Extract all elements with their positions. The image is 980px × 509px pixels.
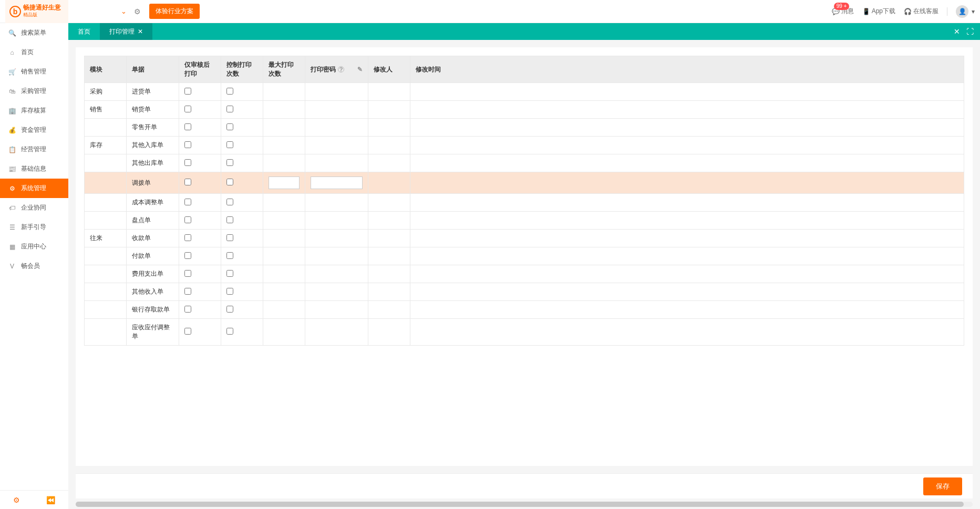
password-input[interactable] xyxy=(311,176,363,189)
control-count-checkbox[interactable] xyxy=(226,216,233,223)
edit-icon[interactable]: ✎ xyxy=(357,66,363,73)
sidebar-item-vip[interactable]: V畅会员 xyxy=(0,256,68,276)
table-row[interactable]: 其他出库单 xyxy=(85,154,964,172)
customer-service-label: 在线客服 xyxy=(913,7,938,16)
finance-icon: 💰 xyxy=(7,127,17,134)
cell-audit-only xyxy=(179,301,221,319)
table-row[interactable]: 调拨单 xyxy=(85,172,964,194)
table-row[interactable]: 库存其他入库单 xyxy=(85,137,964,154)
close-icon[interactable]: ✕ xyxy=(138,28,143,35)
scrollbar-thumb[interactable] xyxy=(76,502,964,507)
sidebar-item-system[interactable]: ⚙系统管理 xyxy=(0,179,68,198)
collapse-icon[interactable]: ⏪ xyxy=(46,496,55,504)
header-modifier: 修改人 xyxy=(368,56,410,83)
audit-only-checkbox[interactable] xyxy=(184,88,191,95)
audit-only-checkbox[interactable] xyxy=(184,306,191,313)
sidebar-item-label: 资金管理 xyxy=(21,126,46,134)
cell-password xyxy=(305,301,368,319)
cell-modifier xyxy=(368,283,410,301)
control-count-checkbox[interactable] xyxy=(226,328,233,335)
table-row[interactable]: 采购进货单 xyxy=(85,83,964,101)
cell-audit-only xyxy=(179,265,221,283)
sidebar-item-search[interactable]: 🔍搜索菜单 xyxy=(0,23,68,43)
fullscreen-icon[interactable]: ⛶ xyxy=(966,27,974,36)
table-row[interactable]: 应收应付调整单 xyxy=(85,319,964,346)
sidebar-item-finance[interactable]: 💰资金管理 xyxy=(0,120,68,140)
sidebar-item-label: 库存核算 xyxy=(21,106,46,115)
horizontal-scrollbar[interactable] xyxy=(76,502,973,507)
sidebar-item-label: 畅会员 xyxy=(21,262,40,271)
audit-only-checkbox[interactable] xyxy=(184,252,191,259)
header-max-count: 最大打印次数 xyxy=(263,56,305,83)
control-count-checkbox[interactable] xyxy=(226,288,233,295)
header-modify-time: 修改时间 xyxy=(410,56,964,83)
close-all-tabs-icon[interactable]: ✕ xyxy=(954,27,960,36)
settings-icon[interactable]: ⚙ xyxy=(13,496,20,504)
header-password: 打印密码 ? ✎ xyxy=(305,56,368,83)
cell-modify-time xyxy=(410,172,964,194)
table-row[interactable]: 付款单 xyxy=(85,247,964,265)
messages-button[interactable]: 99 + 💬 消息 xyxy=(832,7,854,16)
audit-only-checkbox[interactable] xyxy=(184,141,191,148)
control-count-checkbox[interactable] xyxy=(226,270,233,277)
table-row[interactable]: 零售开单 xyxy=(85,119,964,137)
control-count-checkbox[interactable] xyxy=(226,141,233,148)
control-count-checkbox[interactable] xyxy=(226,234,233,241)
sidebar-item-base[interactable]: 📰基础信息 xyxy=(0,159,68,179)
customer-service-button[interactable]: 🎧 在线客服 xyxy=(904,7,938,16)
sidebar-item-purchase[interactable]: 🛍采购管理 xyxy=(0,81,68,101)
control-count-checkbox[interactable] xyxy=(226,252,233,259)
max-count-input[interactable] xyxy=(269,176,300,189)
cell-doc: 应收应付调整单 xyxy=(127,319,179,346)
cell-modify-time xyxy=(410,83,964,101)
user-menu[interactable]: 👤 ▾ xyxy=(956,5,975,18)
audit-only-checkbox[interactable] xyxy=(184,199,191,205)
sidebar-item-stock[interactable]: 🏢库存核算 xyxy=(0,101,68,120)
sidebar-item-sales[interactable]: 🛒销售管理 xyxy=(0,62,68,81)
tab-home[interactable]: 首页 xyxy=(68,23,100,40)
org-selector[interactable]: ⌄ xyxy=(79,7,127,15)
control-count-checkbox[interactable] xyxy=(226,199,233,205)
gear-icon[interactable]: ⚙ xyxy=(134,7,141,16)
cell-max-count xyxy=(263,154,305,172)
audit-only-checkbox[interactable] xyxy=(184,328,191,335)
cell-control-count xyxy=(221,230,263,247)
table-row[interactable]: 费用支出单 xyxy=(85,265,964,283)
sidebar-item-corp[interactable]: 🏷企业协同 xyxy=(0,198,68,217)
audit-only-checkbox[interactable] xyxy=(184,106,191,112)
control-count-checkbox[interactable] xyxy=(226,88,233,95)
sidebar-item-biz[interactable]: 📋经营管理 xyxy=(0,140,68,159)
cell-module xyxy=(85,265,127,283)
save-button[interactable]: 保存 xyxy=(923,477,962,495)
control-count-checkbox[interactable] xyxy=(226,123,233,130)
audit-only-checkbox[interactable] xyxy=(184,288,191,295)
control-count-checkbox[interactable] xyxy=(226,179,233,185)
industry-plan-button[interactable]: 体验行业方案 xyxy=(149,4,200,19)
table-row[interactable]: 其他收入单 xyxy=(85,283,964,301)
cell-doc: 调拨单 xyxy=(127,172,179,194)
control-count-checkbox[interactable] xyxy=(226,159,233,166)
sidebar-item-appcenter[interactable]: ▦应用中心 xyxy=(0,237,68,256)
audit-only-checkbox[interactable] xyxy=(184,234,191,241)
table-row[interactable]: 销售销货单 xyxy=(85,101,964,119)
sidebar-item-guide[interactable]: ☰新手引导 xyxy=(0,217,68,237)
sidebar-item-home[interactable]: ⌂首页 xyxy=(0,43,68,62)
audit-only-checkbox[interactable] xyxy=(184,159,191,166)
control-count-checkbox[interactable] xyxy=(226,306,233,313)
content-panel: 模块 单据 仅审核后打印 控制打印次数 最大打印次数 打印密码 ? ✎ xyxy=(76,47,973,466)
cell-control-count xyxy=(221,283,263,301)
audit-only-checkbox[interactable] xyxy=(184,216,191,223)
table-row[interactable]: 银行存取款单 xyxy=(85,301,964,319)
app-download-button[interactable]: 📱 App下载 xyxy=(862,7,895,16)
table-row[interactable]: 盘点单 xyxy=(85,212,964,230)
table-row[interactable]: 成本调整单 xyxy=(85,194,964,212)
audit-only-checkbox[interactable] xyxy=(184,270,191,277)
tab-print[interactable]: 打印管理✕ xyxy=(100,23,152,40)
cell-module xyxy=(85,212,127,230)
control-count-checkbox[interactable] xyxy=(226,106,233,112)
tabs-bar: 首页打印管理✕ ✕ ⛶ xyxy=(68,23,980,40)
audit-only-checkbox[interactable] xyxy=(184,179,191,185)
help-icon[interactable]: ? xyxy=(338,66,344,72)
table-row[interactable]: 往来收款单 xyxy=(85,230,964,247)
audit-only-checkbox[interactable] xyxy=(184,123,191,130)
